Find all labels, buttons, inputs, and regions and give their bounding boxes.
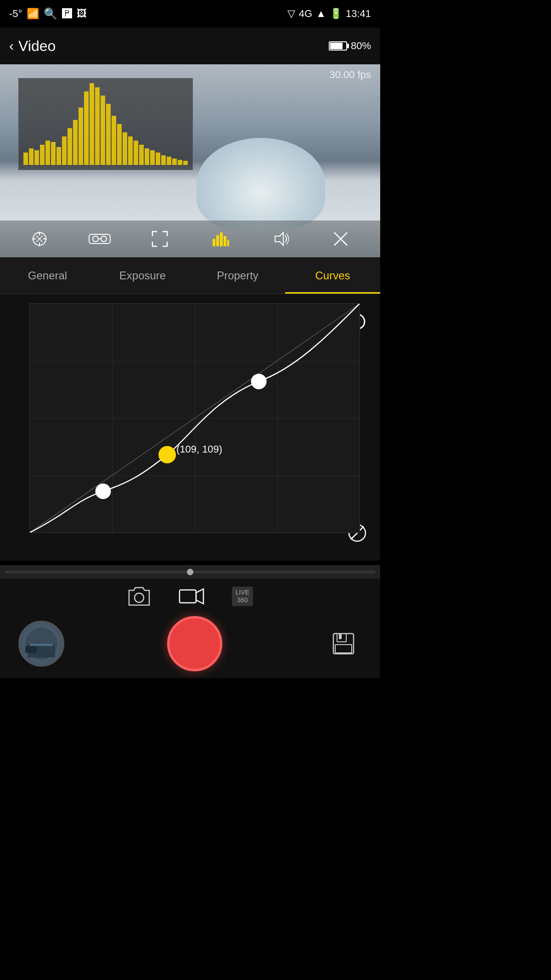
record-row	[0, 616, 380, 671]
bottom-controls: LIVE 360	[0, 579, 380, 678]
histogram-bars-icon	[211, 230, 230, 248]
svg-line-21	[30, 304, 360, 532]
svg-rect-12	[216, 235, 219, 246]
svg-marker-16	[275, 232, 283, 245]
svg-rect-31	[25, 646, 37, 653]
battery-info: 80%	[329, 40, 371, 52]
save-button[interactable]	[325, 625, 362, 662]
battery-percent: 80%	[351, 40, 371, 52]
tab-curves[interactable]: Curves	[285, 257, 380, 294]
volume-button[interactable]	[269, 227, 292, 250]
vr-button[interactable]	[88, 227, 111, 250]
status-right: ▽ 4G ▲ 🔋 13:41	[287, 8, 371, 20]
timeline-bar[interactable]	[0, 565, 380, 579]
close-button[interactable]	[329, 227, 352, 250]
header: ‹ Video 80%	[0, 28, 380, 64]
record-button[interactable]	[167, 616, 222, 671]
tab-property[interactable]: Property	[190, 257, 285, 294]
svg-point-23	[159, 447, 175, 463]
fullscreen-button[interactable]	[148, 227, 171, 250]
svg-rect-35	[339, 634, 342, 639]
svg-point-9	[101, 236, 107, 242]
video-area: 30.00 fps	[0, 64, 380, 257]
svg-point-26	[135, 593, 144, 602]
snow-pile	[197, 138, 325, 230]
svg-text:(109, 109): (109, 109)	[176, 443, 222, 455]
thumbnail-image	[25, 628, 57, 660]
svg-rect-32	[30, 644, 53, 646]
video-camera-icon	[179, 587, 204, 606]
tab-exposure[interactable]: Exposure	[95, 257, 190, 294]
record-button-inner	[172, 621, 218, 667]
timeline-handle[interactable]	[187, 569, 193, 575]
network-label: 4G	[299, 8, 312, 20]
svg-rect-15	[227, 240, 229, 246]
header-left: ‹ Video	[9, 38, 56, 55]
camera-icon	[127, 586, 151, 607]
status-bar: -5° 📶 🔍 🅿 🖼 ▽ 4G ▲ 🔋 13:41	[0, 0, 380, 28]
temperature: -5°	[9, 8, 22, 20]
signal-icon: ▽	[287, 8, 295, 20]
battery-indicator	[329, 41, 347, 51]
app-icon-1: 🅿	[62, 8, 72, 20]
svg-rect-27	[180, 590, 196, 603]
tab-general[interactable]: General	[0, 257, 95, 294]
status-left: -5° 📶 🔍 🅿 🖼	[9, 7, 87, 20]
curves-area: (109, 109)	[0, 294, 380, 561]
vr-icon	[89, 232, 111, 246]
back-button[interactable]: ‹	[9, 38, 14, 54]
video-controls	[0, 221, 380, 257]
svg-rect-36	[335, 645, 352, 653]
page-title: Video	[18, 38, 56, 55]
timeline-track[interactable]	[5, 571, 376, 573]
close-icon	[332, 231, 349, 247]
image-icon: 🖼	[77, 8, 87, 20]
capture-mode-row: LIVE 360	[0, 586, 380, 607]
histogram-bars	[19, 79, 192, 170]
time-label: 13:41	[346, 8, 371, 20]
svg-point-22	[96, 484, 111, 498]
svg-rect-14	[224, 236, 226, 246]
curves-graph[interactable]: (109, 109)	[29, 303, 360, 533]
histogram-button[interactable]	[209, 227, 232, 250]
svg-point-8	[93, 236, 98, 242]
fullscreen-icon	[151, 230, 169, 248]
svg-point-24	[252, 374, 266, 389]
volume-icon	[271, 230, 290, 248]
crosshair-button[interactable]	[28, 227, 51, 250]
tabs-bar: General Exposure Property Curves	[0, 257, 380, 294]
thumbnail-button[interactable]	[18, 621, 64, 667]
video-mode-button[interactable]	[179, 587, 204, 606]
crosshair-icon	[30, 230, 49, 248]
photo-mode-button[interactable]	[127, 586, 151, 607]
save-icon	[332, 632, 355, 656]
search-icon: 🔍	[44, 7, 57, 20]
live360-badge: LIVE 360	[232, 587, 253, 606]
battery-icon: 🔋	[330, 8, 342, 20]
svg-rect-11	[213, 239, 215, 246]
svg-rect-33	[333, 634, 354, 654]
wifi-icon: 📶	[27, 8, 39, 20]
svg-rect-13	[220, 232, 223, 246]
svg-marker-28	[196, 589, 203, 604]
fps-label: 30.00 fps	[329, 69, 371, 81]
curves-svg: (109, 109)	[30, 304, 360, 532]
histogram-overlay	[18, 78, 193, 170]
live360-button[interactable]: LIVE 360	[232, 587, 253, 606]
bars-icon: ▲	[316, 8, 326, 20]
